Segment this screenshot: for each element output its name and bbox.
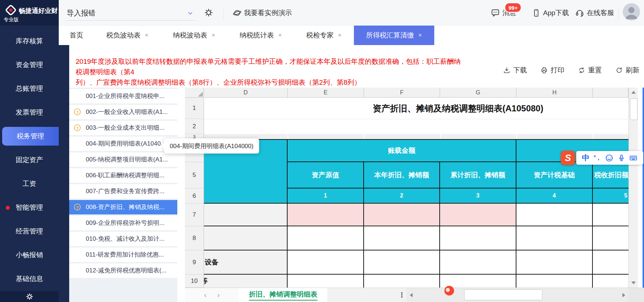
reset-button[interactable]: 重置 (578, 66, 602, 75)
import-error-dropdown[interactable]: 导入报错 (67, 5, 196, 21)
microphone-icon[interactable] (618, 154, 625, 162)
vertical-scroll-thumb[interactable] (630, 98, 638, 120)
cell-i8[interactable] (593, 226, 629, 250)
close-icon[interactable]: × (145, 32, 148, 39)
row-header-9[interactable]: 9 (185, 250, 204, 275)
cell-f10[interactable] (364, 275, 440, 288)
select-all-corner[interactable] (185, 88, 204, 98)
row-header-5[interactable]: 5 (185, 162, 204, 188)
online-service-button[interactable]: 在线客服 (575, 0, 614, 26)
header-cell-current-depreciation[interactable]: 本年折旧、摊销额 (364, 162, 440, 188)
scroll-down-button[interactable] (629, 278, 638, 288)
keyboard-icon[interactable] (629, 154, 638, 162)
print-button[interactable]: 打印 (541, 66, 564, 75)
header-cell-asset-value[interactable]: 资产原值 (288, 162, 364, 188)
help-icon[interactable]: ? (74, 204, 81, 210)
col-header-H[interactable]: H (516, 88, 593, 98)
cell-d7[interactable] (204, 204, 288, 226)
close-icon[interactable]: × (338, 32, 342, 39)
horizontal-scroll-thumb[interactable] (464, 289, 542, 300)
vertical-scrollbar[interactable] (629, 88, 638, 288)
download-button[interactable]: 下载 (503, 66, 527, 75)
cell-d8[interactable] (204, 226, 288, 250)
header-cell-book-amount[interactable]: 账载金额 (288, 140, 516, 162)
close-icon[interactable]: × (418, 32, 422, 39)
col-number-5[interactable]: 5 (593, 188, 629, 204)
sidebar-item-operations[interactable]: 经营管理 (0, 219, 59, 243)
demo-link[interactable]: 我要看实例演示 (233, 0, 292, 26)
cell-g10[interactable] (440, 275, 516, 288)
col-header-D[interactable]: D (204, 88, 288, 98)
col-header-E[interactable]: E (288, 88, 364, 98)
refresh-button[interactable]: 刷新 (616, 66, 639, 75)
col-header-G[interactable]: G (440, 88, 516, 98)
user-avatar[interactable] (623, 3, 640, 21)
sidebar-settings[interactable] (0, 291, 59, 302)
col-number-1[interactable]: 1 (288, 188, 364, 204)
tab-tax-burden[interactable]: 税负波动表 × (94, 26, 161, 45)
row-header-8[interactable]: 8 (185, 226, 204, 250)
form-item-008-selected[interactable]: ? 008-资产折旧、摊销及纳税... (69, 200, 177, 214)
ime-logo-icon[interactable]: S (561, 151, 575, 165)
cell-g8[interactable] (440, 226, 516, 250)
cell-d10[interactable]: 等 (204, 275, 288, 288)
cell-g7[interactable] (440, 204, 516, 226)
sidebar-item-smart-mgmt[interactable]: 智能管理 (0, 196, 59, 219)
tab-tax-expert[interactable]: 税检专家 × (294, 26, 354, 45)
cell-h8[interactable] (516, 226, 593, 250)
active-sheet-tab[interactable]: 折旧、摊销调整明细表 (239, 288, 327, 302)
cell-i7[interactable] (593, 204, 629, 226)
cell-e10[interactable] (288, 275, 364, 288)
cell-h10[interactable] (516, 275, 593, 288)
col-number-3[interactable]: 3 (440, 188, 516, 204)
sidebar-item-payroll[interactable]: 工资 (0, 172, 59, 196)
form-item-006[interactable]: 006-职工薪酬纳税调整明细... (69, 168, 177, 183)
close-icon[interactable]: × (278, 32, 282, 39)
row-header-7[interactable]: 7 (185, 204, 204, 226)
sidebar-item-fixed-assets[interactable]: 固定资产 (0, 148, 59, 172)
ime-punctuation-toggle[interactable]: °， (594, 154, 601, 162)
settings-gear-icon[interactable] (204, 8, 213, 17)
sidebar-item-expense[interactable]: 小畅报销 (0, 243, 59, 267)
sidebar-item-inventory[interactable]: 库存核算 (0, 29, 59, 53)
cell-e8[interactable] (288, 226, 364, 250)
col-header-F[interactable]: F (364, 88, 440, 98)
cell-f7[interactable] (364, 204, 440, 226)
cell-d9-equipment[interactable]: 设备 (204, 250, 288, 275)
cell-i9[interactable] (593, 250, 629, 275)
prev-sheet-icon[interactable]: ‹ (204, 291, 206, 299)
ime-toolbar[interactable]: S 中 °， (561, 151, 643, 165)
row-header-6[interactable]: 6 (185, 188, 204, 204)
header-cell-accumulated-depreciation[interactable]: 累计折旧、摊销额 (440, 162, 516, 188)
logo-block[interactable]: 畅捷通好业财 专业版 (0, 0, 59, 26)
sidebar-item-funds[interactable]: 资金管理 (0, 53, 59, 77)
form-item-007[interactable]: 007-广告费和业务宣传费跨... (69, 184, 177, 199)
col-number-4[interactable]: 4 (516, 188, 593, 204)
tab-income-tax-settlement-active[interactable]: 所得税汇算清缴 × (354, 26, 434, 45)
scroll-up-button[interactable] (629, 88, 638, 97)
cell-g9[interactable] (440, 250, 516, 275)
close-icon[interactable]: × (212, 32, 215, 39)
row-header-1[interactable]: 1 (185, 98, 204, 119)
cell-e9[interactable] (288, 250, 364, 275)
scroll-left-button[interactable] (407, 288, 416, 302)
row-header-10[interactable]: 10 (185, 275, 204, 288)
col-header-partial[interactable] (593, 88, 629, 98)
cell-f9[interactable] (364, 250, 440, 275)
scroll-right-button[interactable] (619, 288, 629, 302)
cell-h9[interactable] (516, 250, 593, 275)
form-item-010[interactable]: 010-免税、减计收入及加计... (69, 232, 177, 246)
col-number-2[interactable]: 2 (364, 188, 440, 204)
emoji-icon[interactable] (605, 154, 613, 162)
header-cell-tax-basis[interactable]: 资产计税基础 (516, 162, 593, 188)
form-item-005[interactable]: 005-纳税调整项目明细表(A1... (69, 152, 177, 167)
form-item-009[interactable]: 009-企业所得税弥补亏损明... (69, 216, 177, 230)
ime-language-toggle[interactable]: 中 (582, 153, 590, 163)
sidebar-item-invoice[interactable]: 发票管理 (0, 101, 59, 124)
tab-home[interactable]: 首页 (59, 26, 94, 45)
help-icon[interactable]: ? (74, 124, 81, 131)
tab-tax-statistics[interactable]: 纳税统计表 × (227, 26, 294, 45)
sidebar-item-ledger[interactable]: 总账管理 (0, 77, 59, 101)
next-sheet-icon[interactable]: › (217, 291, 220, 299)
form-item-001[interactable]: 001-企业所得税年度纳税申... (69, 89, 177, 103)
